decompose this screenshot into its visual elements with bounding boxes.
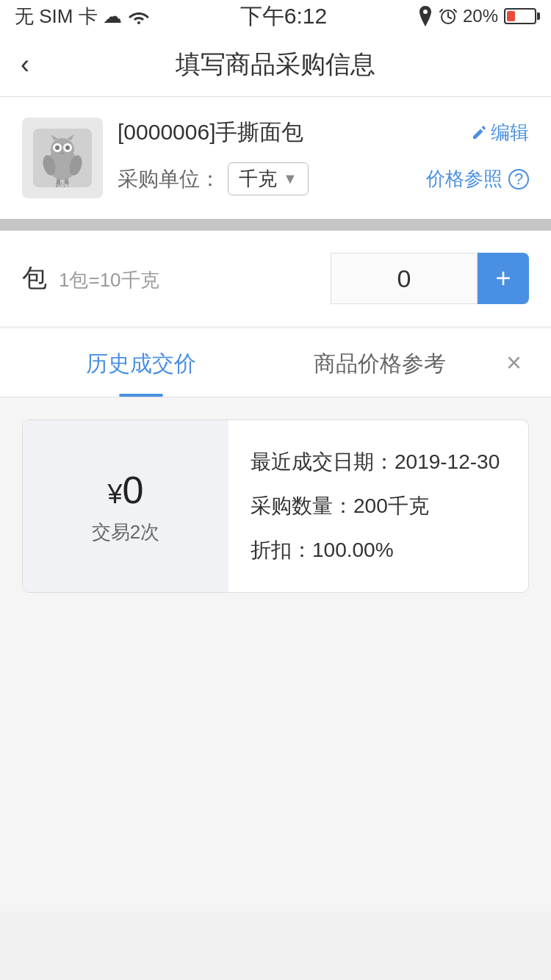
product-header-row: [0000006]手撕面包 编辑 [118,118,529,148]
wifi-icon [128,8,150,24]
product-unit-row: 采购单位： 千克 ▼ 价格参照 ? [118,162,529,195]
tab-active-indicator [119,394,163,397]
product-section: 超订 [0000006]手撕面包 编辑 采购单位： 千克 ▼ [0,97,551,219]
last-date-label: 最近成交日期： [251,450,395,473]
price-symbol: ¥ [108,479,123,509]
unit-value: 千克 [239,166,277,192]
tabs-section: 历史成交价 商品价格参考 × [0,328,551,397]
edit-button[interactable]: 编辑 [472,120,529,145]
product-image-owl: 超订 [33,129,92,187]
status-bar: 无 SIM 卡 ☁ 下午6:12 20% [0,0,551,32]
price-ref-button[interactable]: 价格参照 ? [426,166,529,192]
battery-icon [504,8,536,24]
status-time: 下午6:12 [240,1,327,32]
svg-text:超订: 超订 [55,181,70,187]
quantity-value-detail: 200千克 [353,494,429,517]
unit-selector-group: 采购单位： 千克 ▼ [118,162,309,195]
help-icon: ? [508,169,529,190]
history-card: ¥0 交易2次 最近成交日期：2019-12-30 采购数量：200千克 折扣：… [22,419,529,593]
page-header: ‹ 填写商品采购信息 [0,32,551,97]
status-right: 20% [417,6,536,26]
product-thumbnail: 超订 [22,118,103,198]
price-value: 0 [123,469,144,511]
svg-point-7 [65,145,70,150]
back-button[interactable]: ‹ [21,49,29,80]
card-section: ¥0 交易2次 最近成交日期：2019-12-30 采购数量：200千克 折扣：… [0,397,551,912]
quantity-conversion: 1包=10千克 [59,267,159,293]
battery-percent: 20% [463,6,498,26]
location-icon [417,6,433,26]
discount-value: 100.00% [312,538,394,561]
tab-history-price[interactable]: 历史成交价 [22,328,260,397]
discount-label: 折扣： [251,538,312,561]
tab-history-label: 历史成交价 [86,351,196,375]
card-price-section: ¥0 交易2次 [23,420,228,592]
page-title: 填写商品采购信息 [176,48,375,82]
quantity-plus-button[interactable]: + [478,253,529,304]
svg-point-6 [55,145,60,150]
unit-label: 采购单位： [118,165,220,193]
status-left: 无 SIM 卡 ☁ [15,4,150,29]
unit-select[interactable]: 千克 ▼ [228,162,309,195]
card-details-section: 最近成交日期：2019-12-30 采购数量：200千克 折扣：100.00% [228,420,528,592]
product-info: [0000006]手撕面包 编辑 采购单位： 千克 ▼ 价格 [118,118,529,195]
section-divider [0,219,551,231]
last-date-value: 2019-12-30 [395,450,500,473]
alarm-icon [439,7,457,26]
quantity-section: 包 1包=10千克 0 + [0,231,551,327]
edit-icon [472,126,486,140]
unit-dropdown-arrow: ▼ [283,170,298,187]
tabs-close-button[interactable]: × [499,333,529,393]
tabs-header: 历史成交价 商品价格参考 × [0,328,551,397]
tab-product-label: 商品价格参考 [314,351,446,375]
transaction-count: 交易2次 [92,519,159,545]
product-row: 超订 [0000006]手撕面包 编辑 采购单位： 千克 ▼ [22,118,529,198]
card-price-display: ¥0 [108,468,144,512]
quantity-input[interactable]: 0 [331,253,478,304]
tab-product-price[interactable]: 商品价格参考 [260,328,498,397]
quantity-label-group: 包 1包=10千克 [22,262,159,295]
quantity-value: 0 [397,264,411,293]
price-ref-label: 价格参照 [426,166,503,192]
discount-row: 折扣：100.00% [251,535,506,566]
quantity-row: 采购数量：200千克 [251,491,506,522]
last-date-row: 最近成交日期：2019-12-30 [251,447,506,478]
quantity-input-group: 0 + [331,253,529,304]
product-name: [0000006]手撕面包 [118,118,303,148]
edit-label: 编辑 [491,120,529,145]
quantity-label: 采购数量： [251,494,353,517]
no-sim-text: 无 SIM 卡 ☁ [15,4,122,29]
quantity-unit: 包 [22,262,47,295]
